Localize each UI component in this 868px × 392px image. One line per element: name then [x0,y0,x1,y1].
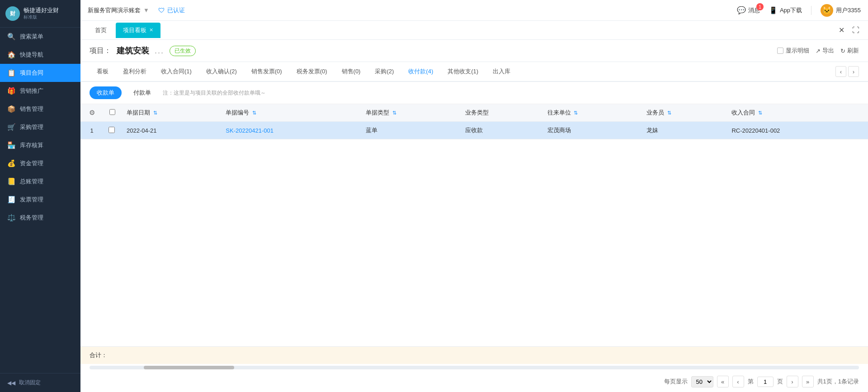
horizontal-scrollbar[interactable] [90,366,859,369]
first-page-button[interactable]: « [717,376,729,387]
more-options-button[interactable]: ... [155,46,164,56]
content-tabs: 首页 项目看板 ✕ ✕ ⛶ [80,21,868,40]
col-select [103,104,121,122]
sidebar-unpin-button[interactable]: ◀◀ 取消固定 [0,373,80,392]
per-page-label: 每页显示 [664,378,688,386]
sub-tab-prev-button[interactable]: ‹ [835,66,846,77]
topbar-divider [811,6,811,15]
refresh-button[interactable]: ↻ 刷新 [840,47,859,55]
sort-contract-icon: ⇅ [758,110,762,115]
export-button[interactable]: ↗ 导出 [816,47,834,55]
sub-tab-income-confirm-label: 收入确认(2) [206,68,237,75]
row-partner: 宏茂商场 [542,122,641,139]
sub-tab-income-contract[interactable]: 收入合同(1) [154,62,199,82]
sub-tab-income-confirm[interactable]: 收入确认(2) [199,62,244,82]
sub-tab-profit[interactable]: 盈利分析 [116,62,154,82]
checkbox-box[interactable] [777,48,783,54]
sub-tab-profit-label: 盈利分析 [123,68,146,75]
scrollbar-row [80,364,868,371]
sidebar-item-project-contract[interactable]: 📋 项目合同 [0,64,80,82]
row-checkbox-cell [103,122,121,139]
col-partner-label: 往来单位 [547,109,571,116]
tab-home[interactable]: 首页 [88,23,114,38]
col-biz-type: 业务类型 [460,104,542,122]
sub-tab-in-out[interactable]: 出入库 [486,62,518,82]
prev-page-button[interactable]: ‹ [732,376,744,387]
col-gear: ⚙ [80,104,103,122]
col-date[interactable]: 单据日期 ⇅ [121,104,220,122]
sub-tab-other-expense-label: 其他收支(1) [448,68,478,75]
search-icon: 🔍 [7,33,15,41]
sidebar-item-sales[interactable]: 📦 销售管理 [0,100,80,118]
sub-tabs: 看板 盈利分析 收入合同(1) 收入确认(2) 销售发票(0) 税务发票(0) … [80,62,868,82]
last-page-button[interactable]: » [802,376,814,387]
sidebar-item-search[interactable]: 🔍 搜索菜单 [0,28,80,46]
sidebar-version: 标准版 [24,14,59,20]
sub-tab-in-out-label: 出入库 [493,68,510,75]
maximize-window-button[interactable]: ⛶ [851,25,861,35]
col-type[interactable]: 单据类型 ⇅ [360,104,459,122]
tab-close-icon[interactable]: ✕ [149,27,153,33]
sidebar-item-tax[interactable]: ⚖️ 税务管理 [0,209,80,227]
close-window-button[interactable]: ✕ [836,25,846,35]
tab-project-board[interactable]: 项目看板 ✕ [116,23,160,38]
col-number[interactable]: 单据编号 ⇅ [220,104,360,122]
settings-icon[interactable]: ⚙ [89,109,95,116]
next-page-button[interactable]: › [787,376,798,387]
receipt-filter-button[interactable]: 收款单 [90,86,122,99]
col-number-label: 单据编号 [226,109,249,116]
sort-salesman-icon: ⇅ [667,110,671,115]
sub-tab-next-button[interactable]: › [848,66,859,77]
sidebar-item-purchase-label: 采购管理 [20,123,43,131]
sidebar-item-inventory[interactable]: 🏪 库存核算 [0,136,80,154]
sub-tab-purchase[interactable]: 采购(2) [368,62,401,82]
sidebar-header: 财 畅捷通好业财 标准版 [0,0,80,28]
window-controls: ✕ ⛶ [836,25,861,35]
user-menu[interactable]: 🐱 用户3355 [821,4,861,17]
select-all-checkbox[interactable] [109,109,115,115]
row-type: 蓝单 [360,122,459,139]
per-page-select[interactable]: 50 [691,376,713,387]
col-biz-type-label: 业务类型 [465,109,489,116]
message-button[interactable]: 💬 消息 1 [737,6,760,14]
sub-tab-kanban[interactable]: 看板 [90,62,116,82]
show-detail-checkbox[interactable]: 显示明细 [777,47,809,55]
payment-filter-button[interactable]: 付款单 [127,86,157,99]
refresh-label: 刷新 [847,47,859,55]
home-icon: 🏠 [7,51,15,59]
col-salesman[interactable]: 业务员 ⇅ [641,104,726,122]
pagination-row: 每页显示 50 « ‹ 第 页 › » 共1页，1条记录 [80,371,868,392]
row-income-contract: RC-20220401-002 [726,122,868,139]
sidebar-item-search-label: 搜索菜单 [20,33,43,41]
row-select-checkbox[interactable] [108,127,115,133]
app-download-label: App下载 [780,6,802,14]
sidebar-item-purchase[interactable]: 🛒 采购管理 [0,118,80,136]
col-partner[interactable]: 往来单位 ⇅ [542,104,641,122]
sidebar-item-finance[interactable]: 💰 资金管理 [0,154,80,172]
demo-account[interactable]: 新服务官网演示账套 ▼ [88,6,149,14]
current-page-input[interactable] [757,377,774,387]
sidebar-item-quick-nav[interactable]: 🏠 快捷导航 [0,46,80,64]
sidebar-nav: 🔍 搜索菜单 🏠 快捷导航 📋 项目合同 🎁 营销推广 📦 销售管理 🛒 采购管… [0,28,80,373]
sidebar-app-name: 畅捷通好业财 [24,7,59,14]
certified-badge: 🛡 已认证 [158,6,185,14]
sub-tab-receipt[interactable]: 收付款(4) [401,62,440,82]
sidebar-item-ledger[interactable]: 📒 总账管理 [0,172,80,191]
filter-note: 注：这里是与项目关联的全部收付款单哦～ [163,89,266,97]
sub-tab-sales-invoice-label: 销售发票(0) [251,68,282,75]
scrollbar-thumb[interactable] [144,366,234,369]
sidebar-item-project-label: 项目合同 [20,69,43,77]
sidebar-item-invoice[interactable]: 🧾 发票管理 [0,191,80,209]
sub-tab-other-expense[interactable]: 其他收支(1) [440,62,486,82]
col-income-contract[interactable]: 收入合同 ⇅ [726,104,868,122]
sub-tab-tax-invoice[interactable]: 税务发票(0) [289,62,335,82]
message-icon: 💬 [737,6,746,14]
sub-tab-sales-invoice[interactable]: 销售发票(0) [244,62,289,82]
sidebar-item-inventory-label: 库存核算 [20,141,43,149]
row-document-link[interactable]: SK-20220421-001 [226,127,274,134]
phone-icon: 📱 [769,6,778,14]
app-download-button[interactable]: 📱 App下载 [769,6,802,14]
sub-tab-sales[interactable]: 销售(0) [335,62,368,82]
row-salesman: 龙妹 [641,122,726,139]
sidebar-item-marketing[interactable]: 🎁 营销推广 [0,82,80,100]
